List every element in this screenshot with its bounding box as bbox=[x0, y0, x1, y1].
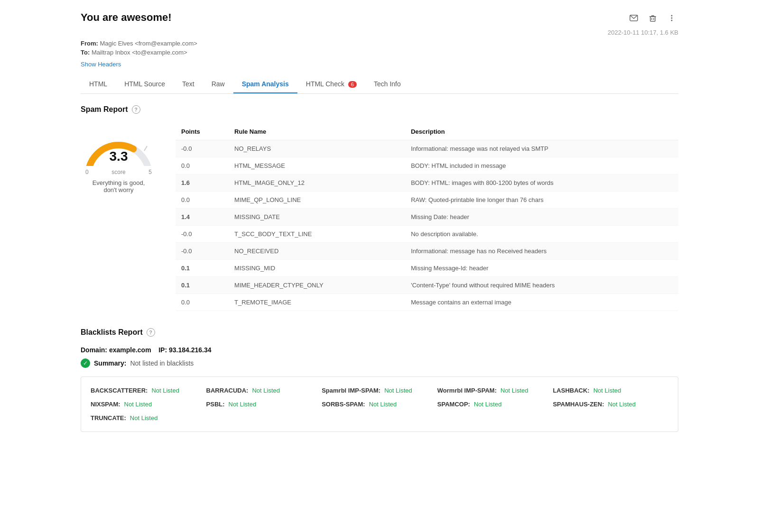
cell-rule: NO_RECEIVED bbox=[229, 243, 405, 260]
cell-points: 0.1 bbox=[176, 277, 229, 294]
blacklist-item: SPAMHAUS-ZEN: Not Listed bbox=[553, 398, 668, 410]
blacklist-item: SPAMCOP: Not Listed bbox=[437, 398, 553, 410]
cell-rule: HTML_MESSAGE bbox=[229, 157, 405, 174]
cell-points: -0.0 bbox=[176, 140, 229, 157]
table-row: 0.0 T_REMOTE_IMAGE Message contains an e… bbox=[176, 294, 678, 311]
cell-points: 0.0 bbox=[176, 192, 229, 209]
cell-rule: MISSING_MID bbox=[229, 260, 405, 277]
blacklist-item: Spamrbl IMP-SPAM: Not Listed bbox=[322, 385, 437, 396]
tab-html-source[interactable]: HTML Source bbox=[116, 75, 174, 93]
cell-description: Informational: message was not relayed v… bbox=[405, 140, 678, 157]
summary-row: ✓ Summary: Not listed in blacklists bbox=[81, 358, 678, 368]
show-headers-link[interactable]: Show Headers bbox=[81, 61, 121, 68]
blacklist-name: SORBS-SPAM: bbox=[322, 401, 365, 408]
forward-button[interactable] bbox=[627, 11, 640, 27]
delete-button[interactable] bbox=[646, 11, 659, 27]
cell-rule: T_REMOTE_IMAGE bbox=[229, 294, 405, 311]
blacklist-status: Not Listed bbox=[608, 401, 636, 408]
col-description: Description bbox=[405, 123, 678, 140]
tab-text[interactable]: Text bbox=[174, 75, 203, 93]
domain-ip-line: Domain: example.com IP: 93.184.216.34 bbox=[81, 346, 678, 354]
table-row: 1.6 HTML_IMAGE_ONLY_12 BODY: HTML: image… bbox=[176, 174, 678, 192]
blacklist-name: LASHBACK: bbox=[553, 387, 589, 394]
check-icon: ✓ bbox=[81, 358, 90, 368]
blacklist-item: BARRACUDA: Not Listed bbox=[206, 385, 322, 396]
blacklist-status: Not Listed bbox=[474, 401, 502, 408]
svg-point-7 bbox=[671, 20, 673, 21]
cell-points: 0.1 bbox=[176, 260, 229, 277]
blacklist-name: SPAMCOP: bbox=[437, 401, 470, 408]
table-row: 0.0 MIME_QP_LONG_LINE RAW: Quoted-printa… bbox=[176, 192, 678, 209]
cell-rule: MIME_QP_LONG_LINE bbox=[229, 192, 405, 209]
more-button[interactable] bbox=[665, 11, 678, 27]
tab-raw[interactable]: Raw bbox=[203, 75, 233, 93]
blacklist-grid: BACKSCATTERER: Not Listed BARRACUDA: Not… bbox=[81, 376, 678, 432]
cell-rule: MISSING_DATE bbox=[229, 209, 405, 226]
svg-point-5 bbox=[671, 15, 673, 17]
cell-points: 0.0 bbox=[176, 294, 229, 311]
cell-rule: HTML_IMAGE_ONLY_12 bbox=[229, 174, 405, 192]
blacklists-section: Blacklists Report ? Domain: example.com … bbox=[81, 328, 678, 432]
cell-rule: MIME_HEADER_CTYPE_ONLY bbox=[229, 277, 405, 294]
gauge-score: 3.3 bbox=[110, 149, 128, 164]
cell-points: -0.0 bbox=[176, 243, 229, 260]
spam-report-help-icon[interactable]: ? bbox=[132, 105, 140, 114]
tab-tech-info[interactable]: Tech Info bbox=[365, 75, 409, 93]
col-points: Points bbox=[176, 123, 229, 140]
blacklist-status: Not Listed bbox=[593, 387, 621, 394]
gauge-labels: 0 score 5 bbox=[85, 169, 152, 175]
table-row: -0.0 NO_RECEIVED Informational: message … bbox=[176, 243, 678, 260]
cell-description: BODY: HTML included in message bbox=[405, 157, 678, 174]
blacklists-help-icon[interactable]: ? bbox=[147, 328, 155, 337]
gauge-message: Everything is good, don't worry bbox=[85, 179, 152, 193]
blacklist-name: SPAMHAUS-ZEN: bbox=[553, 401, 604, 408]
blacklist-status: Not Listed bbox=[252, 387, 280, 394]
blacklist-status: Not Listed bbox=[229, 401, 257, 408]
date-size: 2022-10-11 10:17, 1.6 KB bbox=[608, 29, 678, 36]
table-row: 1.4 MISSING_DATE Missing Date: header bbox=[176, 209, 678, 226]
to-line: To: Mailtrap Inbox <to@example.com> bbox=[81, 49, 678, 56]
cell-description: No description available. bbox=[405, 226, 678, 243]
blacklist-status: Not Listed bbox=[130, 414, 158, 422]
spam-report-title: Spam Report ? bbox=[81, 105, 678, 114]
tab-html-check[interactable]: HTML Check 6 bbox=[297, 75, 365, 93]
cell-description: BODY: HTML: images with 800-1200 bytes o… bbox=[405, 174, 678, 192]
blacklist-status: Not Listed bbox=[369, 401, 397, 408]
blacklist-status: Not Listed bbox=[151, 387, 179, 394]
spam-table: Points Rule Name Description -0.0 NO_REL… bbox=[176, 123, 678, 311]
blacklist-item: BACKSCATTERER: Not Listed bbox=[91, 385, 206, 396]
tab-spam-analysis[interactable]: Spam Analysis bbox=[233, 75, 297, 93]
blacklist-item: LASHBACK: Not Listed bbox=[553, 385, 668, 396]
blacklist-status: Not Listed bbox=[124, 401, 152, 408]
tab-html[interactable]: HTML bbox=[81, 75, 116, 93]
cell-points: -0.0 bbox=[176, 226, 229, 243]
blacklist-name: BARRACUDA: bbox=[206, 387, 249, 394]
tab-bar: HTML HTML Source Text Raw Spam Analysis … bbox=[81, 75, 678, 94]
blacklist-name: TRUNCATE: bbox=[91, 414, 126, 422]
col-rule-name: Rule Name bbox=[229, 123, 405, 140]
cell-description: 'Content-Type' found without required MI… bbox=[405, 277, 678, 294]
cell-description: Message contains an external image bbox=[405, 294, 678, 311]
blacklist-name: Spamrbl IMP-SPAM: bbox=[322, 387, 380, 394]
blacklist-item: NIXSPAM: Not Listed bbox=[91, 398, 206, 410]
blacklist-item: SORBS-SPAM: Not Listed bbox=[322, 398, 437, 410]
svg-line-8 bbox=[144, 146, 147, 151]
cell-points: 1.4 bbox=[176, 209, 229, 226]
from-line: From: Magic Elves <from@example.com> bbox=[81, 40, 678, 47]
blacklist-name: NIXSPAM: bbox=[91, 401, 120, 408]
blacklist-name: PSBL: bbox=[206, 401, 225, 408]
blacklist-name: BACKSCATTERER: bbox=[91, 387, 148, 394]
spam-gauge: 3.3 0 score 5 Everything is good, don't … bbox=[81, 123, 157, 193]
blacklist-item: Wormrbl IMP-SPAM: Not Listed bbox=[437, 385, 553, 396]
cell-description: Missing Date: header bbox=[405, 209, 678, 226]
html-check-badge: 6 bbox=[348, 81, 357, 88]
blacklist-name: Wormrbl IMP-SPAM: bbox=[437, 387, 497, 394]
blacklist-item: PSBL: Not Listed bbox=[206, 398, 322, 410]
table-row: 0.0 HTML_MESSAGE BODY: HTML included in … bbox=[176, 157, 678, 174]
cell-description: Informational: message has no Received h… bbox=[405, 243, 678, 260]
blacklist-status: Not Listed bbox=[384, 387, 412, 394]
table-row: -0.0 NO_RELAYS Informational: message wa… bbox=[176, 140, 678, 157]
email-title: You are awesome! bbox=[81, 11, 172, 24]
cell-description: Missing Message-Id: header bbox=[405, 260, 678, 277]
table-row: -0.0 T_SCC_BODY_TEXT_LINE No description… bbox=[176, 226, 678, 243]
